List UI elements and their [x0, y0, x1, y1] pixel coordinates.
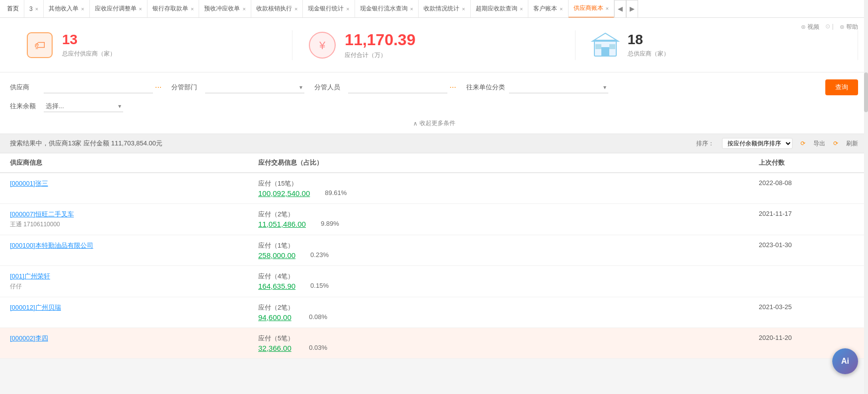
svg-text:🏷: 🏷	[34, 39, 45, 52]
supplier-link[interactable]: [001]广州荣轩	[10, 272, 50, 280]
search-row-2: 往来余额 选择...	[10, 100, 858, 112]
trans-amount-link[interactable]: 94,600.00	[258, 313, 294, 322]
money-icon: ¥	[307, 30, 337, 60]
supplier-input[interactable]	[44, 81, 153, 93]
table-header: 供应商信息 应付交易信息（占比） 上次付数	[0, 153, 868, 173]
close-icon[interactable]: ×	[410, 6, 413, 12]
nav-tab-supplier-ledger[interactable]: 供应商账本 ×	[569, 0, 614, 18]
nav-tab-cash-bank-flow[interactable]: 现金银行流水查询 ×	[355, 0, 419, 18]
scrollbar-thumb[interactable]	[864, 72, 868, 112]
supplier-input-wrap: ···	[44, 81, 161, 93]
store-icon	[590, 30, 620, 60]
th-lastpay: 上次付数	[759, 158, 858, 167]
supplier-field: 供应商 ···	[10, 81, 161, 93]
nav-tab-receipt-exec[interactable]: 收款核销执行 ×	[251, 0, 303, 18]
help-link[interactable]: 帮助	[840, 23, 858, 31]
close-icon[interactable]: ×	[520, 6, 523, 12]
summary-bar: 🏷 13 总应付供应商（家） ¥ 11,170.39 应付合计（万）	[0, 18, 868, 72]
ai-button[interactable]: Ai	[832, 348, 858, 374]
supplier-cell: [000012]广州贝瑞	[10, 303, 258, 312]
nav-tab-3[interactable]: 3 ×	[24, 0, 44, 18]
transaction-cell: 应付（1笔） 258,000.00 0.23%	[258, 241, 759, 260]
trans-info: 应付（4笔） 164,635.90	[258, 272, 295, 290]
close-icon[interactable]: ×	[606, 5, 609, 11]
trans-pct: 0.23%	[310, 251, 329, 260]
chevron-up-icon: ∧	[413, 120, 418, 127]
supplier-link[interactable]: [000007]恒旺二手叉车	[10, 210, 74, 218]
dept-select[interactable]	[205, 81, 304, 93]
top-navigation: 首页 3 × 其他收入单 × 应收应付调整单 × 银行存取款单 × 预收冲应收单…	[0, 0, 868, 18]
result-bar-right: 排序： 按应付余额倒序排序 ⟳ 导出 ⟳ 刷新	[696, 138, 858, 149]
collapse-button[interactable]: ∧ 收起更多条件	[413, 119, 455, 128]
balance-field: 往来余额 选择...	[10, 100, 123, 112]
lastpay-cell: 2021-11-17	[759, 210, 858, 217]
supplier-link[interactable]: [000002]李四	[10, 334, 48, 342]
query-button[interactable]: 查询	[825, 79, 858, 95]
nav-next-arrow[interactable]: ▶	[626, 0, 638, 18]
trans-label: 应付（1笔）	[258, 241, 295, 250]
summary-card-payable-amount: ¥ 11,170.39 应付合计（万）	[292, 30, 575, 60]
trans-label: 应付（2笔）	[258, 303, 294, 312]
nav-tab-home[interactable]: 首页	[2, 0, 24, 18]
help-links: 视频 | 帮助	[801, 23, 858, 31]
balance-select[interactable]: 选择...	[44, 100, 123, 112]
payable-suppliers-count: 13	[62, 32, 116, 48]
supplier-label: 供应商	[10, 83, 40, 92]
supplier-link[interactable]: [000012]广州贝瑞	[10, 304, 61, 311]
supplier-link[interactable]: [000001]张三	[10, 180, 48, 187]
category-select[interactable]	[509, 81, 608, 93]
summary-card-payable-suppliers: 🏷 13 总应付供应商（家）	[10, 30, 292, 60]
trans-info: 应付（15笔） 100,092,540.00	[258, 179, 310, 197]
refresh-button[interactable]: 刷新	[846, 139, 858, 148]
nav-tab-bank-deposit[interactable]: 银行存取款单 ×	[147, 0, 199, 18]
nav-tab-overdue-ar[interactable]: 超期应收款查询 ×	[471, 0, 528, 18]
trans-label: 应付（2笔）	[258, 210, 306, 219]
trans-amount-link[interactable]: 11,051,486.00	[258, 220, 306, 228]
th-supplier: 供应商信息	[10, 158, 258, 167]
supplier-icon: 🏷	[25, 30, 55, 60]
supplier-picker-icon[interactable]: ···	[155, 83, 161, 92]
close-icon[interactable]: ×	[346, 6, 349, 12]
close-icon[interactable]: ×	[139, 6, 142, 12]
close-icon[interactable]: ×	[242, 6, 245, 12]
supplier-sub: 仔仔	[10, 282, 258, 291]
export-icon: ⟳	[800, 140, 805, 147]
person-input[interactable]	[348, 81, 447, 93]
total-suppliers-label: 总供应商（家）	[628, 50, 669, 58]
payable-amount-info: 11,170.39 应付合计（万）	[345, 31, 415, 60]
table-row: [000001]张三 应付（15笔） 100,092,540.00 89.61%…	[0, 173, 868, 204]
close-icon[interactable]: ×	[35, 6, 38, 12]
close-icon[interactable]: ×	[294, 6, 297, 12]
video-link[interactable]: 视频	[801, 23, 819, 31]
nav-prev-arrow[interactable]: ◀	[614, 0, 626, 18]
nav-tab-ar-ap-adjust[interactable]: 应收应付调整单 ×	[90, 0, 147, 18]
close-icon[interactable]: ×	[191, 6, 194, 12]
nav-tab-prepay-collect[interactable]: 预收冲应收单 ×	[199, 0, 251, 18]
result-bar: 搜索结果中，供应商13家 应付金额 111,703,854.00元 排序： 按应…	[0, 134, 868, 153]
trans-amount-link[interactable]: 100,092,540.00	[258, 189, 310, 197]
payable-suppliers-info: 13 总应付供应商（家）	[62, 32, 116, 58]
sort-select[interactable]: 按应付余额倒序排序	[722, 138, 793, 149]
search-area: 供应商 ··· 分管部门 分管人员 ··· 往来单位分类	[0, 72, 868, 134]
supplier-link[interactable]: [000100]本特勤油品有限公司	[10, 242, 93, 249]
trans-amount-link[interactable]: 32,366.00	[258, 344, 294, 352]
nav-tab-customer-ledger[interactable]: 客户账本 ×	[528, 0, 568, 18]
trans-amount-link[interactable]: 258,000.00	[258, 251, 295, 260]
nav-tab-cash-bank-stat[interactable]: 现金银行统计 ×	[303, 0, 355, 18]
close-icon[interactable]: ×	[81, 6, 84, 12]
main-table: 供应商信息 应付交易信息（占比） 上次付数 [000001]张三 应付（15笔）…	[0, 153, 868, 359]
export-button[interactable]: 导出	[813, 139, 825, 148]
trans-pct: 0.03%	[309, 344, 327, 352]
sort-label: 排序：	[696, 139, 714, 148]
payable-amount-value: 11,170.39	[345, 31, 415, 49]
nav-tab-other-income[interactable]: 其他收入单 ×	[44, 0, 89, 18]
trans-pct: 0.08%	[309, 313, 327, 322]
collapse-row: ∧ 收起更多条件	[10, 117, 858, 129]
trans-pct: 89.61%	[325, 189, 347, 197]
trans-amount-link[interactable]: 164,635.90	[258, 282, 295, 290]
person-picker-icon[interactable]: ···	[449, 83, 456, 92]
person-field: 分管人员 ···	[314, 81, 456, 93]
close-icon[interactable]: ×	[560, 6, 563, 12]
nav-tab-receipt-stat[interactable]: 收款情况统计 ×	[419, 0, 470, 18]
close-icon[interactable]: ×	[462, 6, 465, 12]
